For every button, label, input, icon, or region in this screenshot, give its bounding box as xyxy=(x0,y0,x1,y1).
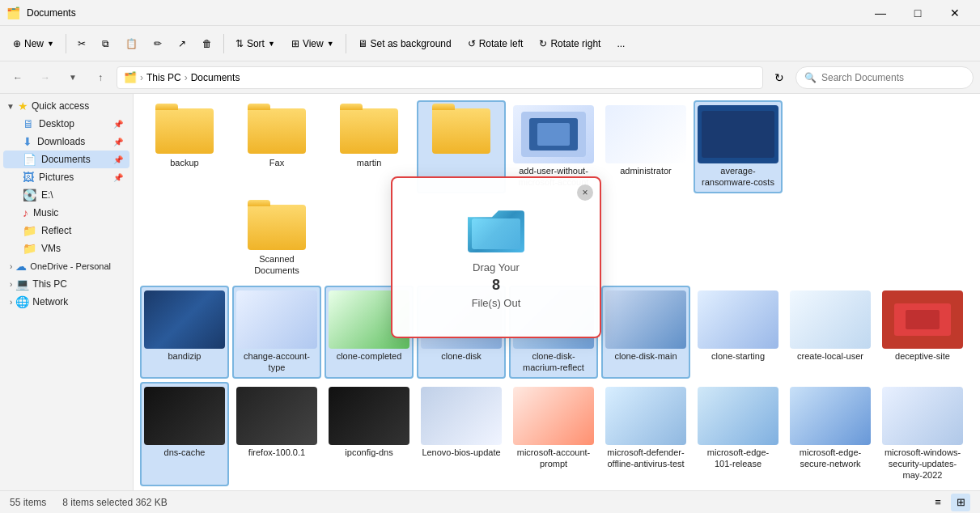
sidebar-network[interactable]: › 🌐 Network xyxy=(3,293,129,311)
thumb-ipconfig-dns[interactable]: ipconfig-dns xyxy=(325,382,414,486)
thumb-average-ransomware[interactable]: average-ransomware-costs xyxy=(694,100,783,193)
thumb-wrap xyxy=(698,290,778,349)
new-button[interactable]: ⊕ New ▼ xyxy=(6,35,61,53)
thumb-dns-cache[interactable]: dns-cache xyxy=(140,382,229,486)
sidebar-item-documents[interactable]: 📄 Documents 📌 xyxy=(3,151,129,168)
thumb-wrap xyxy=(882,387,963,445)
sidebar-item-downloads[interactable]: ⬇ Downloads 📌 xyxy=(3,133,129,151)
view-icon: ⊞ xyxy=(291,38,299,49)
more-button[interactable]: ... xyxy=(610,35,631,53)
refresh-button[interactable]: ↻ xyxy=(768,66,791,89)
sidebar-item-desktop[interactable]: 🖥 Desktop 📌 xyxy=(3,115,129,133)
thumb-deceptive-site[interactable]: deceptive-site xyxy=(878,286,967,379)
rotateleft-icon: ↺ xyxy=(468,38,476,49)
thumb-ms-windows-updates[interactable]: microsoft-windows-security-updates-may-2… xyxy=(878,382,967,486)
thumb-clone-starting[interactable]: clone-starting xyxy=(694,286,783,379)
copy-button[interactable]: ⧉ xyxy=(95,35,116,53)
close-button[interactable]: ✕ xyxy=(936,0,974,26)
share-icon: ↗ xyxy=(178,38,186,49)
file-name: clone-completed xyxy=(337,350,402,362)
folder-name: Scanned Documents xyxy=(237,253,316,277)
content-area[interactable]: backup Fax martin xyxy=(134,94,980,490)
thumb-image xyxy=(513,387,594,445)
maximize-button[interactable]: □ xyxy=(899,0,936,26)
up-button[interactable]: ↑ xyxy=(89,66,112,89)
folder-icon-wrap xyxy=(244,203,309,252)
downloads-icon: ⬇ xyxy=(23,135,32,148)
pin-icon3: 📌 xyxy=(113,155,123,164)
thumb-change-account-type[interactable]: change-account-type xyxy=(232,286,321,379)
share-button[interactable]: ↗ xyxy=(172,35,193,53)
sidebar-item-music[interactable]: ♪ Music xyxy=(3,204,129,222)
sidebar-item-reflect[interactable]: 📁 Reflect xyxy=(3,222,129,240)
music-icon: ♪ xyxy=(23,206,28,219)
search-icon: 🔍 xyxy=(804,72,817,83)
paste-button[interactable]: 📋 xyxy=(119,35,144,53)
thumb-image xyxy=(882,290,963,349)
file-name: average-ransomware-costs xyxy=(698,165,778,189)
file-name: microsoft-windows-security-updates-may-2… xyxy=(883,447,962,481)
drag-folder-icon xyxy=(464,204,528,252)
thumb-wrap xyxy=(882,290,963,349)
recent-button[interactable]: ▼ xyxy=(62,66,84,89)
sort-button[interactable]: ⇅ Sort ▼ xyxy=(229,35,282,53)
drive-icon: 💽 xyxy=(23,189,36,201)
folder-icon xyxy=(248,108,306,154)
folder-backup[interactable]: backup xyxy=(140,100,229,193)
forward-button[interactable]: → xyxy=(34,66,57,89)
quickaccess-label: Quick access xyxy=(32,100,89,112)
cut-button[interactable]: ✂ xyxy=(71,35,92,53)
thumb-ms-edge-101[interactable]: microsoft-edge-101-release xyxy=(694,382,783,486)
thumb-firefox[interactable]: firefox-100.0.1 xyxy=(232,382,321,486)
setbg-button[interactable]: 🖥 Set as background xyxy=(351,35,458,53)
thumb-bandizip[interactable]: bandizip xyxy=(140,286,229,379)
path-sep2: › xyxy=(185,72,188,83)
thumb-ms-defender[interactable]: microsoft-defender-offline-antivirus-tes… xyxy=(601,382,690,486)
new-icon: ⊕ xyxy=(13,38,21,49)
sidebar-item-vms[interactable]: 📁 VMs xyxy=(3,240,129,257)
thumb-ms-edge-secure[interactable]: microsoft-edge-secure-network xyxy=(786,382,875,486)
list-view-button[interactable]: ≡ xyxy=(928,494,948,511)
thumb-ms-account-prompt[interactable]: microsoft-account-prompt xyxy=(509,382,598,486)
sidebar-item-edrive[interactable]: 💽 E:\ xyxy=(3,186,129,204)
drag-close-button[interactable]: × xyxy=(577,184,593,201)
folder-icon-wrap xyxy=(429,107,494,155)
view-chevron-icon: ▼ xyxy=(327,40,334,48)
thumb-administrator[interactable]: administrator xyxy=(601,100,690,193)
thumb-wrap xyxy=(790,290,871,349)
back-button[interactable]: ← xyxy=(6,66,29,89)
address-path[interactable]: 🗂️ › This PC › Documents xyxy=(117,66,763,89)
thumb-wrap xyxy=(513,105,594,163)
pictures-icon: 🖼 xyxy=(23,171,34,184)
folder-icon xyxy=(432,108,490,154)
rotateleft-button[interactable]: ↺ Rotate left xyxy=(461,35,530,53)
file-name: microsoft-edge-101-release xyxy=(698,447,778,470)
thumb-clone-disk-main[interactable]: clone-disk-main xyxy=(601,286,690,379)
file-name: change-account-type xyxy=(237,350,316,374)
folder-scanned[interactable]: Scanned Documents xyxy=(232,197,321,283)
grid-view-button[interactable]: ⊞ xyxy=(951,494,970,511)
search-box[interactable]: 🔍 xyxy=(795,66,974,89)
rotateright-button[interactable]: ↻ Rotate right xyxy=(532,35,607,53)
folder-icon xyxy=(340,108,398,154)
item-count: 55 items xyxy=(10,497,46,508)
thumb-lenovo-bios[interactable]: Lenovo-bios-update xyxy=(417,382,506,486)
sidebar-onedrive[interactable]: › ☁ OneDrive - Personal xyxy=(3,257,129,275)
sidebar-item-pictures[interactable]: 🖼 Pictures 📌 xyxy=(3,168,129,186)
new-chevron-icon: ▼ xyxy=(47,40,54,48)
pin-icon4: 📌 xyxy=(113,173,123,182)
minimize-button[interactable]: — xyxy=(862,0,899,26)
folder-fax[interactable]: Fax xyxy=(232,100,321,193)
drag-text: Drag Your 8 File(s) Out xyxy=(472,261,521,311)
sidebar-thispc[interactable]: › 💻 This PC xyxy=(3,275,129,293)
search-input[interactable] xyxy=(821,72,965,83)
delete-button[interactable]: 🗑 xyxy=(196,35,218,53)
toolbar-sep3 xyxy=(346,34,346,53)
rename-button[interactable]: ✏ xyxy=(147,35,168,53)
thumb-create-local-user[interactable]: create-local-user xyxy=(786,286,875,379)
pin-icon2: 📌 xyxy=(113,138,123,146)
view-button[interactable]: ⊞ View ▼ xyxy=(285,35,341,53)
cut-icon: ✂ xyxy=(78,38,86,49)
file-name: microsoft-defender-offline-antivirus-tes… xyxy=(606,447,685,470)
sidebar-quickaccess[interactable]: ▼ ★ Quick access xyxy=(3,97,129,115)
